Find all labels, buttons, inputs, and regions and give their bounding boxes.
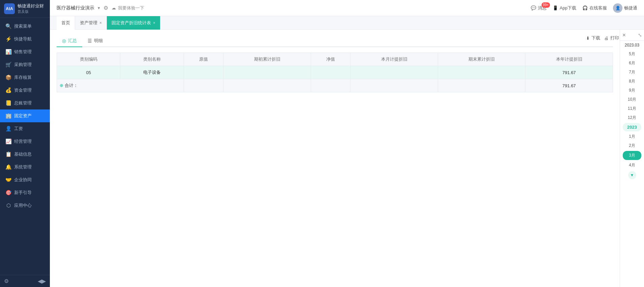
messages-btn[interactable]: 💬 消息 99+ (531, 5, 547, 11)
date-item-prev-9月[interactable]: 9月 (620, 86, 644, 95)
sidebar-item-inventory[interactable]: 📦 库存核算 (0, 71, 50, 84)
sidebar-label-search: 搜索菜单 (14, 23, 32, 29)
date-panel-header: ✕ ⤡ (620, 30, 644, 41)
total-initial (223, 79, 311, 92)
sidebar-item-system[interactable]: 🔔 系统管理 (0, 161, 50, 173)
sidebar-item-enterprise[interactable]: 🤝 企业协同 (0, 173, 50, 186)
date-item-prev-6月[interactable]: 6月 (620, 59, 644, 68)
settings-icon[interactable]: ⚙ (4, 278, 9, 284)
logo-icon: AtA (4, 3, 15, 14)
tab-depreciation-label: 固定资产折旧统计表 (112, 20, 151, 26)
subtab-summary[interactable]: ◎ 汇总 (57, 35, 82, 47)
page-main: ◎ 汇总 ☰ 明细 ⬇ 下载 🖨 打印 ↻ (50, 30, 620, 287)
topbar: 医疗器械行业演示 ▾ ⚙ ☁ 我要体验一下 💬 消息 99+ 📱 App下载 🎧… (50, 0, 644, 16)
date-panel-close-icon[interactable]: ✕ (622, 32, 626, 38)
sidebar-label-inventory: 库存核算 (14, 74, 32, 81)
tab-home-label: 首页 (61, 20, 70, 26)
date-item-2023-2月[interactable]: 2月 (620, 141, 644, 150)
total-monthly (350, 79, 438, 92)
col-monthly: 本月计提折旧 (350, 53, 438, 66)
sidebar-label-system: 系统管理 (14, 164, 32, 170)
user-btn[interactable]: 👤 畅捷通 (613, 3, 637, 13)
col-annual: 本年计提折旧 (525, 53, 613, 66)
sidebar-item-fixed_assets[interactable]: 🏢 固定资产 (0, 109, 50, 122)
cell-period-end (438, 66, 525, 79)
guide-icon: 🎯 (5, 190, 11, 196)
sidebar-item-app_center[interactable]: ⬡ 应用中心 (0, 199, 50, 212)
date-panel-title: 2023.03 (620, 41, 644, 48)
company-name: 医疗器械行业演示 (57, 5, 94, 11)
cell-code: 05 (57, 66, 120, 79)
sidebar-label-payroll: 工资 (14, 126, 23, 132)
date-nav-down[interactable]: ▼ (628, 171, 636, 179)
tab-asset-mgmt-close[interactable]: × (99, 21, 102, 25)
date-item-prev-8月[interactable]: 8月 (620, 77, 644, 86)
table-total-row: ⊕合计： 791.67 (57, 79, 613, 92)
sidebar-label-finance: 资金管理 (14, 87, 32, 93)
cell-net (311, 66, 350, 79)
tab-home[interactable]: 首页 (57, 16, 75, 30)
total-period-end (438, 79, 525, 92)
fixed_assets-icon: 🏢 (5, 113, 11, 119)
sidebar-item-guide[interactable]: 🎯 新手引导 (0, 186, 50, 199)
col-original: 原值 (184, 53, 223, 66)
col-code: 类别编码 (57, 53, 120, 66)
date-year-2023[interactable]: 2023 (623, 123, 641, 131)
sidebar-item-sales[interactable]: 📊 销售管理 (0, 45, 50, 58)
date-item-prev-10月[interactable]: 10月 (620, 95, 644, 104)
tab-depreciation-close[interactable]: × (153, 21, 155, 25)
app_center-icon: ⬡ (5, 202, 11, 209)
sidebar-item-payroll[interactable]: 👤 工资 (0, 122, 50, 135)
download-icon: ⬇ (586, 36, 590, 41)
sales-icon: 📊 (5, 49, 11, 55)
toolbar: ⬇ 下载 🖨 打印 ↻ 刷新 (586, 35, 620, 41)
sidebar-label-guide: 新手引导 (14, 190, 32, 196)
date-item-2023-3月[interactable]: 3月 (623, 151, 641, 160)
tabbar: 首页 资产管理 × 固定资产折旧统计表 × (50, 16, 644, 30)
sidebar-item-basic_info[interactable]: 📋 基础信息 (0, 148, 50, 161)
tab-asset-mgmt[interactable]: 资产管理 × (75, 16, 107, 30)
date-item-prev-5月[interactable]: 5月 (620, 50, 644, 59)
date-panel-expand-icon[interactable]: ⤡ (638, 32, 642, 38)
sidebar-item-operations[interactable]: 📈 经营管理 (0, 135, 50, 148)
sidebar-item-search[interactable]: 🔍 搜索菜单 (0, 20, 50, 33)
sidebar-item-purchase[interactable]: 🛒 采购管理 (0, 58, 50, 71)
search-icon: 🔍 (5, 23, 11, 29)
sidebar-label-operations: 经营管理 (14, 138, 32, 145)
tab-depreciation[interactable]: 固定资产折旧统计表 × (107, 16, 160, 30)
date-item-2023-4月[interactable]: 4月 (620, 161, 644, 170)
sidebar-item-finance[interactable]: 💰 资金管理 (0, 84, 50, 97)
subtab-summary-label: 汇总 (68, 38, 77, 44)
sidebar-label-app_center: 应用中心 (14, 202, 32, 209)
date-item-prev-11月[interactable]: 11月 (620, 104, 644, 113)
app-download-btn[interactable]: 📱 App下载 (553, 5, 576, 11)
table-header-row: 类别编码 类别名称 原值 期初累计折旧 净值 本月计提折旧 期末累计折旧 本年计… (57, 53, 613, 66)
ledger-icon: 📒 (5, 100, 11, 106)
company-dropdown-icon[interactable]: ▾ (98, 5, 100, 10)
online-service-btn[interactable]: 🎧 在线客服 (582, 5, 607, 11)
col-net-value: 净值 (311, 53, 350, 66)
app-download-label: App下载 (560, 5, 576, 11)
cell-monthly (350, 66, 438, 79)
collapse-icon[interactable]: ◀▶ (38, 278, 46, 284)
download-btn[interactable]: ⬇ 下载 (586, 35, 600, 41)
experience-btn[interactable]: ☁ 我要体验一下 (112, 5, 144, 11)
enterprise-icon: 🤝 (5, 177, 11, 183)
print-icon: 🖨 (604, 36, 609, 41)
quick_nav-icon: ⚡ (5, 36, 11, 42)
date-items: 5月6月7月8月9月10月11月12月20231月2月3月4月▼ (620, 48, 644, 287)
system-icon: 🔔 (5, 164, 11, 170)
sidebar-label-enterprise: 企业协同 (14, 177, 32, 183)
date-item-prev-7月[interactable]: 7月 (620, 68, 644, 77)
sidebar-item-ledger[interactable]: 📒 总账管理 (0, 97, 50, 109)
col-name: 类别名称 (120, 53, 184, 66)
app-download-icon: 📱 (553, 5, 558, 10)
tab-asset-mgmt-label: 资产管理 (80, 20, 97, 26)
sidebar-label-purchase: 采购管理 (14, 62, 32, 68)
sidebar-item-quick_nav[interactable]: ⚡ 快捷导航 (0, 33, 50, 45)
topbar-settings-icon[interactable]: ⚙ (103, 5, 108, 11)
print-btn[interactable]: 🖨 打印 (604, 35, 619, 41)
date-item-prev-12月[interactable]: 12月 (620, 113, 644, 122)
date-item-2023-1月[interactable]: 1月 (620, 132, 644, 141)
subtab-detail[interactable]: ☰ 明细 (82, 35, 108, 47)
